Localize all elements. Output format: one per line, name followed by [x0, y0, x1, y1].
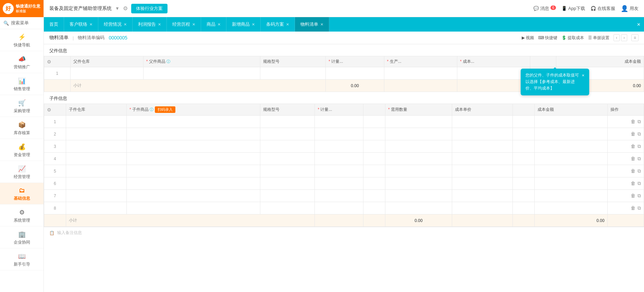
- tab-customer-close[interactable]: ✕: [89, 22, 92, 27]
- copy-icon-5[interactable]: ⧉: [637, 168, 641, 174]
- tab-bom-close[interactable]: ✕: [320, 22, 323, 27]
- next-arrow[interactable]: ›: [621, 34, 627, 41]
- child-cell-unit-1[interactable]: [315, 116, 363, 128]
- child-cell-needed-6[interactable]: [385, 177, 452, 190]
- child-cell-spec-6[interactable]: [260, 177, 315, 190]
- parent-cell-cost[interactable]: [457, 67, 530, 80]
- child-cell-unitcost-8[interactable]: [452, 202, 512, 214]
- online-service-button[interactable]: 🎧 在线客服: [591, 5, 615, 12]
- child-cell-product-1[interactable]: [127, 116, 260, 128]
- app-download-button[interactable]: 📱 App下载: [561, 5, 585, 12]
- sidebar-search[interactable]: 🔍 搜索菜单: [0, 17, 44, 29]
- settings-button[interactable]: ☰ 单据设置: [588, 35, 609, 41]
- child-cell-needed-2[interactable]: [385, 128, 452, 140]
- list-view-icon[interactable]: ≡: [631, 34, 639, 41]
- child-cell-warehouse-3[interactable]: [66, 140, 126, 153]
- child-cell-needed-8[interactable]: [385, 202, 452, 214]
- sidebar-item-kucun[interactable]: 📦 库存核算: [0, 117, 44, 139]
- prev-arrow[interactable]: ‹: [614, 34, 620, 41]
- copy-icon-2[interactable]: ⧉: [637, 131, 641, 137]
- sidebar-item-qiye[interactable]: 🏢 企业协同: [0, 226, 44, 248]
- child-cell-spec-1[interactable]: [260, 116, 315, 128]
- child-cell-warehouse-1[interactable]: [66, 116, 126, 128]
- child-cell-product-3[interactable]: [127, 140, 260, 153]
- child-cell-unitcost-7[interactable]: [452, 190, 512, 202]
- parent-cell-unit[interactable]: [326, 67, 384, 80]
- dropdown-icon[interactable]: ▼: [115, 6, 120, 11]
- child-cell-unitcost-1[interactable]: [452, 116, 512, 128]
- child-cell-warehouse-5[interactable]: [66, 165, 126, 177]
- copy-icon-3[interactable]: ⧉: [637, 143, 641, 149]
- parent-cell-warehouse[interactable]: [70, 67, 143, 80]
- child-cell-needed-5[interactable]: [385, 165, 452, 177]
- child-cell-spec-8[interactable]: [260, 202, 315, 214]
- delete-icon-7[interactable]: 🗑: [631, 193, 635, 199]
- tab-new-product-close[interactable]: ✕: [252, 22, 255, 27]
- child-cell-unit-3[interactable]: [315, 140, 363, 153]
- tab-bom[interactable]: 物料清单 ✕: [295, 17, 329, 32]
- child-cell-unitcost-5[interactable]: [452, 165, 512, 177]
- scan-input-button[interactable]: 扫码录入: [155, 106, 175, 113]
- child-cell-unit-6[interactable]: [315, 177, 363, 190]
- sidebar-item-caigou[interactable]: 🛒 采购管理: [0, 95, 44, 117]
- child-cell-unitcost-3[interactable]: [452, 140, 512, 153]
- tab-product-close[interactable]: ✕: [218, 22, 221, 27]
- child-cell-unit-2[interactable]: [315, 128, 363, 140]
- child-cell-spec-3[interactable]: [260, 140, 315, 153]
- sidebar-item-kuaijie[interactable]: ⚡ 快捷导航: [0, 29, 44, 51]
- child-cell-needed-1[interactable]: [385, 116, 452, 128]
- delete-icon-6[interactable]: 🗑: [631, 180, 635, 186]
- child-cell-spec-5[interactable]: [260, 165, 315, 177]
- tab-profit-close[interactable]: ✕: [158, 22, 161, 27]
- tab-profit[interactable]: 利润报告 ✕: [133, 17, 167, 32]
- child-cell-product-7[interactable]: [127, 190, 260, 202]
- tab-home[interactable]: 首页: [44, 17, 64, 32]
- copy-icon-6[interactable]: ⧉: [637, 180, 641, 186]
- delete-icon-8[interactable]: 🗑: [631, 205, 635, 211]
- sidebar-item-xinshou[interactable]: 📖 新手引导: [0, 248, 44, 270]
- child-cell-unitcost-2[interactable]: [452, 128, 512, 140]
- child-cell-spec-4[interactable]: [260, 153, 315, 165]
- sidebar-item-xiaoshou[interactable]: 📊 销售管理: [0, 73, 44, 95]
- child-cell-warehouse-7[interactable]: [66, 190, 126, 202]
- tab-history-close[interactable]: ✕: [192, 22, 195, 27]
- child-cell-unitcost-4[interactable]: [452, 153, 512, 165]
- child-cell-needed-3[interactable]: [385, 140, 452, 153]
- child-gear-icon[interactable]: ⚙: [47, 107, 51, 113]
- sidebar-item-jingying[interactable]: 📈 经营管理: [0, 161, 44, 183]
- child-cell-warehouse-6[interactable]: [66, 177, 126, 190]
- child-cell-needed-7[interactable]: [385, 190, 452, 202]
- copy-icon-7[interactable]: ⧉: [637, 193, 641, 199]
- child-cell-spec-7[interactable]: [260, 190, 315, 202]
- delete-icon-5[interactable]: 🗑: [631, 168, 635, 174]
- delete-icon-3[interactable]: 🗑: [631, 143, 635, 149]
- parent-cell-product[interactable]: [143, 67, 260, 80]
- cost-button[interactable]: 💲 提取成本: [561, 35, 584, 41]
- sidebar-item-jichu[interactable]: 🗂 基础信息: [0, 183, 44, 205]
- child-cell-spec-2[interactable]: [260, 128, 315, 140]
- child-cell-unitcost-6[interactable]: [452, 177, 512, 190]
- tab-operation-close[interactable]: ✕: [124, 22, 127, 27]
- delete-icon-1[interactable]: 🗑: [631, 119, 635, 125]
- video-button[interactable]: ▶ 视频: [522, 35, 534, 41]
- child-cell-warehouse-8[interactable]: [66, 202, 126, 214]
- child-cell-unit-4[interactable]: [315, 153, 363, 165]
- child-cell-warehouse-2[interactable]: [66, 128, 126, 140]
- parent-cell-spec[interactable]: [260, 67, 326, 80]
- tooltip-close-button[interactable]: ×: [582, 72, 584, 79]
- copy-icon-1[interactable]: ⧉: [637, 119, 641, 125]
- tab-operation[interactable]: 经营情况 ✕: [98, 17, 133, 32]
- parent-gear-icon[interactable]: ⚙: [47, 59, 51, 65]
- child-cell-unit-8[interactable]: [315, 202, 363, 214]
- tab-new-product[interactable]: 新增商品 ✕: [226, 17, 261, 32]
- delete-icon-2[interactable]: 🗑: [631, 131, 635, 137]
- trial-button[interactable]: 体验行业方案: [131, 4, 168, 13]
- copy-icon-4[interactable]: ⧉: [637, 156, 641, 162]
- copy-icon-8[interactable]: ⧉: [637, 205, 641, 211]
- shortcut-button[interactable]: ⌨ 快捷键: [538, 35, 557, 41]
- parent-cell-prod[interactable]: [384, 67, 457, 80]
- tab-history[interactable]: 经营历程 ✕: [167, 17, 201, 32]
- sidebar-item-xitong[interactable]: ⚙ 系统管理: [0, 205, 44, 226]
- child-cell-unit-5[interactable]: [315, 165, 363, 177]
- bottom-text[interactable]: 输入备注信息: [57, 230, 639, 236]
